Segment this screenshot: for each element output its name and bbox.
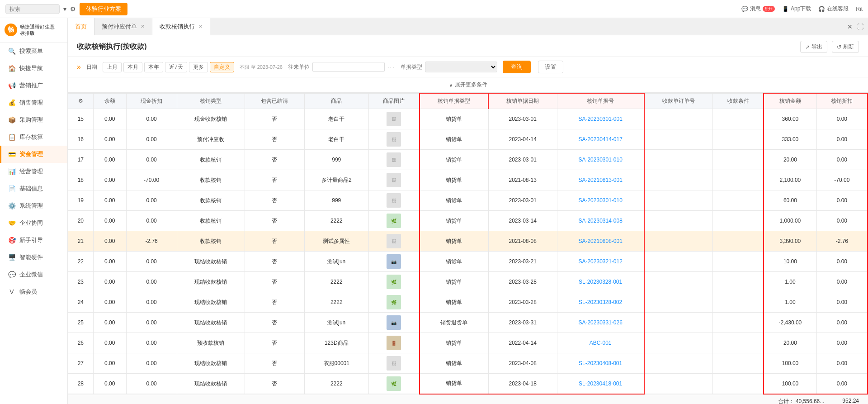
cell-balance: 0.00 [93,272,126,292]
cell-writeoff-voucher-type: 销货单 [420,190,488,211]
cell-balance: 0.00 [93,292,126,313]
writeoff-no-link[interactable]: SA-20230301-010 [578,197,622,204]
tab-home[interactable]: 首页 [68,18,94,35]
setting-button[interactable]: 设置 [538,61,563,73]
writeoff-no-link[interactable]: SA-20230321-012 [578,258,622,265]
writeoff-no-link[interactable]: ABC-001 [590,340,612,346]
sidebar-item-inventory[interactable]: 📋 库存核算 [0,128,67,146]
sidebar-item-collab[interactable]: 🤝 企业协同 [0,214,67,232]
industry-solution-button[interactable]: 休验行业方案 [80,3,127,15]
expand-more-button[interactable]: ∨ 展开更多条件 [443,79,493,90]
goods-image-green: 🌿 [387,275,401,289]
cell-balance: 0.00 [93,313,126,333]
cell-balance: 0.00 [93,109,126,129]
custom-btn[interactable]: 自定义 [210,62,234,72]
cell-writeoff-date: 2023-04-08 [488,353,557,374]
cell-include-cleared: 否 [245,292,304,313]
col-header-settings[interactable]: ⚙ [68,93,94,109]
cell-writeoff-date: 2023-04-14 [488,129,557,150]
cell-writeoff-date: 2022-04-14 [488,333,557,353]
cell-writeoff-discount: 0.00 [816,353,868,374]
sidebar-item-label-wechat: 企业微信 [19,271,43,279]
counterpart-input[interactable] [312,62,385,72]
writeoff-no-link[interactable]: SA-20230301-001 [578,116,622,122]
filter-expand-arrow[interactable]: » [77,63,81,71]
sidebar-item-search[interactable]: 🔍 搜索菜单 [0,43,67,60]
search-input[interactable] [5,4,60,14]
cell-collection-order [644,190,713,211]
writeoff-no-link[interactable]: SA-20230301-010 [578,157,622,163]
dropdown-icon[interactable]: ▾ [63,5,66,13]
writeoff-no-link[interactable]: SA-20210813-001 [578,177,622,183]
sidebar-item-member[interactable]: V 畅会员 [0,283,67,300]
cell-collection-order [644,252,713,272]
sidebar-item-operations[interactable]: 📊 经营管理 [0,163,67,180]
cell-writeoff-voucher-type: 销货单 [420,231,488,252]
voucher-type-select[interactable] [425,62,497,72]
writeoff-no-link[interactable]: SA-20230314-008 [578,218,622,224]
writeoff-no-link[interactable]: SL-20230328-001 [579,279,622,285]
cell-cash-discount: 0.00 [126,252,177,272]
tab-collection[interactable]: 收款核销执行 ✕ [152,18,210,35]
writeoff-no-link[interactable]: SA-20230331-026 [578,319,622,326]
writeoff-no-link[interactable]: SL-20230328-002 [579,299,622,305]
settings-icon[interactable]: ⚙ [70,5,76,13]
last-month-btn[interactable]: 上月 [103,62,122,72]
guide-icon: 🎯 [8,237,16,244]
cell-writeoff-no: SA-20210808-001 [557,231,644,252]
sidebar-item-purchase[interactable]: 📦 采购管理 [0,111,67,128]
writeoff-no-link[interactable]: SA-20230414-017 [578,136,622,143]
cell-writeoff-voucher-type: 销货单 [420,374,488,394]
tab-prepay[interactable]: 预付冲应付单 ✕ [94,18,152,35]
sidebar-item-marketing[interactable]: 📢 营销推广 [0,77,67,94]
sidebar-item-guide[interactable]: 🎯 新手引导 [0,232,67,249]
sidebar-item-basicinfo[interactable]: 📄 基础信息 [0,180,67,197]
table-container[interactable]: ⚙ 余额 现金折扣 核销类型 包含已结清 商品 商品图片 核销单据类型 核销单据… [68,93,868,404]
user-item[interactable]: Rit [856,6,863,12]
cell-writeoff-discount: 0.00 [816,333,868,353]
writeoff-no-link[interactable]: SL-20230418-001 [579,380,622,387]
cell-writeoff-discount: -2.76 [816,231,868,252]
last-7days-btn[interactable]: 近7天 [165,62,187,72]
tab-collection-close[interactable]: ✕ [198,24,203,29]
app-download-item[interactable]: 📱 App下载 [782,5,811,13]
messages-badge: 99+ [763,6,775,12]
this-year-btn[interactable]: 本年 [144,62,163,72]
online-support-item[interactable]: 🎧 在线客服 [818,5,849,13]
cell-collection-order [644,313,713,333]
writeoff-no-link[interactable]: SL-20230408-001 [579,360,622,366]
sidebar-item-quicknav[interactable]: 🏠 快捷导航 [0,60,67,77]
sidebar-item-wechat[interactable]: 💬 企业微信 [0,266,67,283]
expand-more-label: 展开更多条件 [455,81,487,89]
wechat-icon: 💬 [8,271,16,278]
more-btn[interactable]: 更多 [189,62,208,72]
table-row: 28 0.00 0.00 现结收款核销 否 2222 🌿 销货单 2023-04… [68,374,868,394]
cell-type: 现金收款核销 [177,109,245,129]
sidebar-item-hardware[interactable]: 🖥️ 智能硬件 [0,249,67,266]
this-month-btn[interactable]: 本月 [123,62,142,72]
cell-writeoff-voucher-type: 销货单 [420,353,488,374]
export-button[interactable]: ↗ 导出 [800,41,827,53]
sales-icon: 💰 [8,99,16,106]
refresh-button[interactable]: ↺ 刷新 [832,41,859,53]
maximize-icon[interactable]: ⛶ [856,22,864,31]
table-row: 19 0.00 0.00 收款核销 否 999 🖼 销货单 2023-03-01… [68,190,868,211]
query-button[interactable]: 查询 [503,61,531,73]
goods-image-door: 🚪 [387,336,401,350]
footer-total-discount: 952.24 [842,398,859,404]
cell-writeoff-amount: 20.00 [764,150,816,170]
system-icon: ⚙️ [8,202,16,209]
cell-balance: 0.00 [93,211,126,231]
cell-writeoff-amount: 10.00 [764,252,816,272]
messages-item[interactable]: 💬 消息 99+ [741,5,775,13]
cell-writeoff-date: 2023-03-28 [488,292,557,313]
close-tab-icon[interactable]: ✕ [846,22,854,31]
writeoff-no-link[interactable]: SA-20210808-001 [578,238,622,244]
purchase-icon: 📦 [8,116,16,124]
tab-prepay-close[interactable]: ✕ [141,24,145,29]
cell-writeoff-date: 2023-03-01 [488,150,557,170]
sidebar-item-sales[interactable]: 💰 销售管理 [0,94,67,111]
sidebar-item-system[interactable]: ⚙️ 系统管理 [0,197,67,214]
app-layout: 畅 畅捷通谱好生意 标推版 🔍 搜索菜单 🏠 快捷导航 📢 营销推广 💰 销售管… [0,18,868,404]
sidebar-item-finance[interactable]: 💳 资金管理 [0,146,67,163]
